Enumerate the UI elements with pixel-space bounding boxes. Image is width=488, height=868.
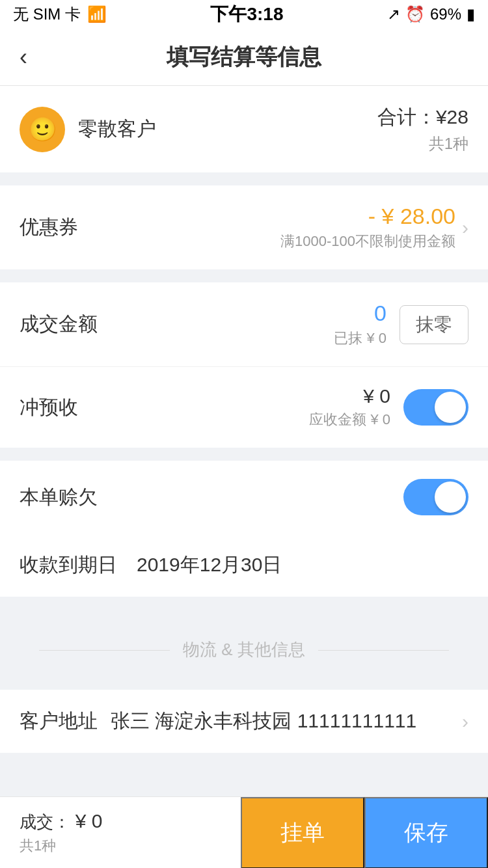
logistics-header-inner: 物流 & 其他信息 (20, 625, 468, 674)
arrears-label: 本单赊欠 (20, 484, 98, 511)
arrears-row: 本单赊欠 (0, 461, 488, 534)
arrears-toggle[interactable] (403, 479, 468, 515)
due-date-row: 收款到期日 2019年12月30日 (0, 534, 488, 597)
chong-pre-collect-row: 冲预收 ¥ 0 应收金额 ¥ 0 (0, 367, 488, 448)
total-count: 共1种 (377, 133, 468, 154)
back-button[interactable]: ‹ (20, 44, 27, 71)
address-row[interactable]: 客户地址 张三 海淀永丰科技园 11111111111 › (0, 690, 488, 753)
coupon-discount: - ¥ 28.00 (280, 204, 455, 229)
wifi-icon: 📶 (87, 5, 107, 23)
logistics-section-label: 物流 & 其他信息 (170, 638, 318, 661)
chong-right: ¥ 0 应收金额 ¥ 0 (309, 385, 468, 429)
chong-sub-amount: 应收金额 ¥ 0 (309, 410, 390, 429)
customer-total: 合计：¥28 共1种 (377, 104, 468, 154)
deal-amount-input-area: 0 已抹 ¥ 0 (334, 301, 386, 348)
coupon-info: - ¥ 28.00 满1000-100不限制使用金额 (280, 204, 455, 251)
address-left: 客户地址 张三 海淀永丰科技园 11111111111 (20, 708, 416, 735)
round-off-button[interactable]: 抹零 (400, 305, 468, 344)
deal-amount-label: 成交金额 (20, 311, 98, 338)
due-date-value[interactable]: 2019年12月30日 (137, 552, 282, 578)
alarm-icon: ⏰ (405, 5, 425, 23)
address-value: 张三 海淀永丰科技园 11111111111 (111, 708, 416, 735)
chevron-right-icon: › (462, 217, 468, 239)
deal-amount-right: 0 已抹 ¥ 0 抹零 (334, 301, 468, 348)
avatar: 🙂 (20, 107, 65, 152)
bottom-deal-amount: ¥ 0 (75, 810, 103, 832)
coupon-label: 优惠券 (20, 214, 78, 241)
hold-button[interactable]: 挂单 (241, 797, 364, 869)
address-label: 客户地址 (20, 708, 98, 735)
amount-card: 成交金额 0 已抹 ¥ 0 抹零 冲预收 ¥ 0 应收金额 ¥ 0 (0, 282, 488, 448)
page-title: 填写结算等信息 (167, 42, 321, 72)
chong-label: 冲预收 (20, 394, 78, 421)
nav-bar: ‹ 填写结算等信息 (0, 29, 488, 86)
bottom-deal-row: 成交： ¥ 0 (20, 810, 221, 834)
main-content: 🙂 零散客户 合计：¥28 共1种 优惠券 - ¥ 28.00 满1000-10… (0, 86, 488, 844)
total-amount: 合计：¥28 (377, 104, 468, 131)
status-time: 下午3:18 (210, 2, 283, 27)
save-button[interactable]: 保存 (364, 797, 488, 869)
arrears-card: 本单赊欠 收款到期日 2019年12月30日 (0, 461, 488, 597)
bottom-deal-label: 成交： (20, 812, 70, 832)
bottom-summary: 成交： ¥ 0 共1种 (0, 810, 241, 856)
status-bar: 无 SIM 卡 📶 下午3:18 ↗ ⏰ 69% ▮ (0, 0, 488, 29)
coupon-card: 优惠券 - ¥ 28.00 满1000-100不限制使用金额 › (0, 185, 488, 269)
sim-status: 无 SIM 卡 (13, 4, 81, 25)
toggle-knob (435, 392, 466, 423)
battery-icon: ▮ (467, 5, 475, 23)
location-icon: ↗ (387, 5, 400, 23)
chong-amounts: ¥ 0 应收金额 ¥ 0 (309, 385, 390, 429)
deal-amount-sub: 已抹 ¥ 0 (334, 329, 386, 348)
coupon-right: - ¥ 28.00 满1000-100不限制使用金额 › (280, 204, 468, 251)
customer-row: 🙂 零散客户 合计：¥28 共1种 (0, 86, 488, 172)
due-date-label: 收款到期日 (20, 552, 117, 578)
customer-info: 🙂 零散客户 (20, 107, 156, 152)
bottom-count: 共1种 (20, 836, 221, 856)
chong-toggle[interactable] (403, 389, 468, 426)
avatar-icon: 🙂 (28, 116, 57, 143)
customer-name: 零散客户 (78, 116, 156, 142)
chong-main-amount: ¥ 0 (309, 385, 390, 407)
coupon-row[interactable]: 优惠券 - ¥ 28.00 满1000-100不限制使用金额 › (0, 185, 488, 269)
address-chevron-icon: › (462, 711, 468, 733)
coupon-desc: 满1000-100不限制使用金额 (280, 232, 455, 251)
status-right: ↗ ⏰ 69% ▮ (387, 5, 475, 23)
arrears-toggle-knob (435, 481, 466, 513)
deal-amount-value[interactable]: 0 (334, 301, 386, 326)
customer-card: 🙂 零散客户 合计：¥28 共1种 (0, 86, 488, 172)
address-card: 客户地址 张三 海淀永丰科技园 11111111111 › (0, 690, 488, 753)
battery-level: 69% (430, 5, 461, 23)
status-left: 无 SIM 卡 📶 (13, 4, 107, 25)
logistics-section-header: 物流 & 其他信息 (0, 610, 488, 690)
deal-amount-row: 成交金额 0 已抹 ¥ 0 抹零 (0, 282, 488, 367)
bottom-bar: 成交： ¥ 0 共1种 挂单 保存 (0, 796, 488, 868)
